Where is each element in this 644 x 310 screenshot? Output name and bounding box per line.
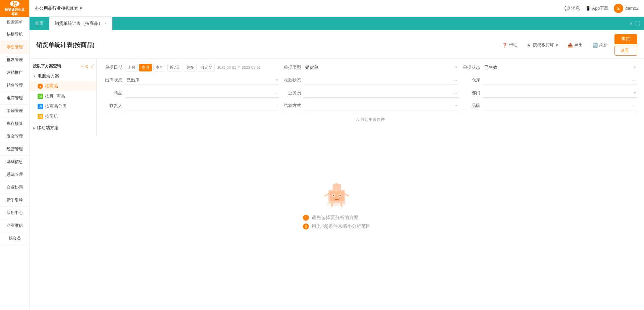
add-scheme-icon[interactable]: + — [81, 64, 83, 69]
refresh-button[interactable]: 🔄 刷新 — [590, 41, 610, 49]
collapse-panel-icon[interactable]: « — [91, 64, 93, 69]
main-area: 办公用品行业模拟账套 ▾ 💬 消息 📱 App下载 E demo2 首页 — [30, 0, 644, 310]
collapse-icon: ∧ — [356, 117, 359, 122]
sidebar-item-sales[interactable]: 销售管理 — [0, 79, 29, 92]
filter-row-1: 单据日期 上月 本月 本年 近7天 更多 自定义 2023-03-01 至 20… — [103, 63, 637, 72]
tab-home[interactable]: 首页 — [30, 17, 49, 30]
settings-button[interactable]: 设置 — [614, 46, 637, 56]
scheme-by-month-goods[interactable]: 回 按月+商品 — [30, 91, 96, 101]
message-button[interactable]: 💬 消息 — [565, 5, 580, 11]
date-btn-this-month[interactable]: 本月 — [139, 64, 152, 71]
left-panel-header: 按以下方案查询 + ⊙ « — [30, 61, 96, 71]
empty-state-container: 1 请先选择要分析的方案 2 用[过滤]条件来缩小分析范围 — [30, 136, 644, 270]
marketing-label: 营销推广 — [7, 70, 23, 75]
svg-line-9 — [325, 194, 328, 196]
brand-label: 品牌 — [461, 103, 483, 109]
sidebar-item-member[interactable]: 畅会员 — [0, 232, 29, 245]
sidebar-item-basic[interactable]: 基础信息 — [0, 156, 29, 168]
tip1-text: 请先选择要分析的方案 — [312, 215, 359, 221]
warehouse-control[interactable]: 已出库 ▾ — [125, 75, 279, 85]
storage-control[interactable]: ··· — [483, 75, 637, 85]
salesperson-more-icon: ··· — [453, 90, 457, 96]
date-btn-last-month[interactable]: 上月 — [125, 64, 138, 71]
sidebar-item-inventory[interactable]: 库存核算 — [0, 117, 29, 130]
print-button[interactable]: 🖨 按模板打印 ▾ — [524, 41, 561, 49]
scheme-icon-goods: ● — [38, 84, 43, 89]
settlement-arrow: ▾ — [455, 103, 457, 108]
scheme-by-driver[interactable]: 回 按司机 — [30, 111, 96, 121]
scheme-by-goods[interactable]: ● 按商品 — [30, 81, 96, 91]
brand-control[interactable]: ··· — [483, 101, 637, 110]
content-area: 销货单统计表(按商品) ❓ 帮助 🖨 按模板打印 ▾ 📤 导出 — [30, 30, 644, 310]
user-info[interactable]: E demo2 — [614, 4, 639, 13]
sidebar-item-guide[interactable]: 新手引导 — [0, 194, 29, 207]
status-control[interactable]: 已生效 ▾ — [483, 63, 637, 72]
refresh-label: 刷新 — [599, 42, 608, 48]
sidebar-item-operation[interactable]: 经营管理 — [0, 143, 29, 156]
wechat-label: 企业微信 — [7, 223, 23, 228]
sidebar-item-purchase[interactable]: 采购管理 — [0, 105, 29, 117]
sidebar-item-quick-nav[interactable]: 快捷导航 — [0, 28, 29, 41]
export-button[interactable]: 📤 导出 — [565, 41, 586, 49]
svg-line-11 — [332, 203, 333, 207]
type-filter-cell: 单据类型 销货单 ▾ — [282, 63, 458, 72]
sidebar-item-system[interactable]: 系统管理 — [0, 168, 29, 181]
mobile-section[interactable]: ▶ 移动端方案 — [30, 123, 96, 133]
dept-arrow: ▾ — [634, 91, 636, 95]
settlement-control[interactable]: ▾ — [304, 101, 458, 110]
filter-body: 按以下方案查询 + ⊙ « ▼ 电脑端方案 ● — [30, 59, 644, 136]
logo-sub: 标账 — [11, 12, 18, 16]
sidebar-item-ecom[interactable]: 电商管理 — [0, 92, 29, 105]
type-value: 销货单 — [305, 64, 318, 70]
query-button[interactable]: 查询 — [614, 34, 637, 44]
sidebar-item-apps[interactable]: 应用中心 — [0, 207, 29, 219]
goods-control[interactable]: ··· — [125, 88, 279, 98]
company-dropdown-icon: ▾ — [80, 6, 82, 11]
sidebar-item-marketing[interactable]: 营销推广 — [0, 66, 29, 79]
refresh-icon: 🔄 — [592, 43, 598, 48]
app-download-button[interactable]: 📱 App下载 — [585, 5, 608, 11]
sidebar-item-enterprise[interactable]: 企业协同 — [0, 181, 29, 194]
sidebar-item-retail[interactable]: 零售管理 — [0, 41, 29, 54]
sidebar-item-wechat[interactable]: 企业微信 — [0, 219, 29, 232]
payment-control[interactable]: ··· — [304, 75, 458, 85]
sidebar-item-finance[interactable]: 资金管理 — [0, 130, 29, 143]
company-selector[interactable]: 办公用品行业模拟账套 ▾ — [35, 5, 82, 11]
desktop-section-header[interactable]: ▼ 电脑端方案 — [30, 71, 96, 81]
maximize-icon[interactable]: ⛶ — [635, 21, 640, 26]
edit-scheme-icon[interactable]: ⊙ — [85, 64, 89, 69]
salesperson-label: 业务员 — [282, 90, 304, 96]
tab-close-icon[interactable]: × — [105, 21, 107, 25]
ecom-label: 电商管理 — [7, 96, 23, 100]
date-btn-7days[interactable]: 近7天 — [167, 64, 182, 71]
help-button[interactable]: ❓ 帮助 — [499, 41, 520, 49]
receiver-control[interactable]: ··· — [125, 101, 279, 110]
warehouse-filter-cell: 出库状态 已出库 ▾ — [103, 75, 279, 85]
collapse-bar[interactable]: ∧ 收起更多条件 — [103, 114, 637, 125]
logo-icon: 好 — [10, 1, 19, 7]
dept-control[interactable]: ▾ — [483, 88, 637, 98]
page-title: 销货单统计表(按商品) — [36, 41, 95, 49]
salesperson-control[interactable]: ··· — [304, 88, 458, 98]
topbar-left: 办公用品行业模拟账套 ▾ — [35, 5, 82, 11]
date-btn-more[interactable]: 更多 — [184, 64, 197, 71]
status-arrow: ▾ — [634, 65, 636, 69]
sidebar-item-wholesale[interactable]: 批发管理 — [0, 54, 29, 66]
desktop-section-label: 电脑端方案 — [38, 73, 59, 79]
query-label: 查询 — [621, 36, 631, 42]
type-control[interactable]: 销货单 ▾ — [304, 63, 458, 72]
mobile-section-label: 移动端方案 — [37, 125, 59, 131]
tabbar: 首页 销货单统计表（按商品） × × ⛶ — [30, 17, 644, 30]
scheme-by-category[interactable]: 回 按商品分类 — [30, 101, 96, 111]
date-btn-custom[interactable]: 自定义 — [198, 64, 215, 71]
tab-home-label: 首页 — [35, 20, 44, 27]
search-menu[interactable]: 搜索菜单 — [0, 17, 29, 28]
print-icon: 🖨 — [527, 43, 531, 48]
type-label: 单据类型 — [282, 64, 304, 70]
scheme-month-label: 按月+商品 — [45, 93, 65, 99]
warehouse-label: 出库状态 — [103, 77, 125, 83]
empty-tip-1: 1 请先选择要分析的方案 — [303, 215, 371, 221]
minimize-icon[interactable]: × — [630, 21, 633, 26]
tab-sales-stats[interactable]: 销货单统计表（按商品） × — [49, 17, 112, 30]
date-btn-this-year[interactable]: 本年 — [153, 64, 166, 71]
